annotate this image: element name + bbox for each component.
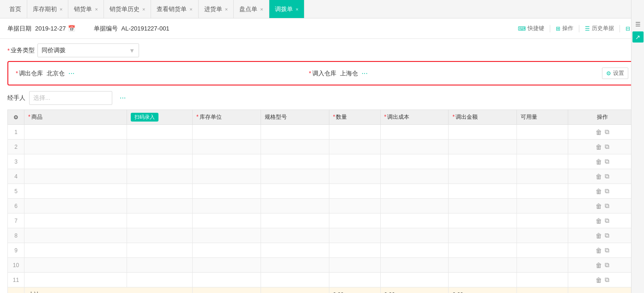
row-qty[interactable] — [329, 199, 380, 214]
row-amount[interactable] — [449, 273, 517, 287]
row-product[interactable] — [24, 243, 127, 258]
row-unit[interactable] — [193, 199, 261, 214]
row-amount[interactable] — [449, 228, 517, 243]
row-product[interactable] — [24, 214, 127, 228]
row-product[interactable] — [24, 125, 127, 140]
delete-icon[interactable]: 🗑 — [595, 262, 602, 269]
row-qty[interactable] — [329, 273, 380, 287]
close-inventory-init[interactable]: × — [60, 6, 62, 12]
row-amount[interactable] — [449, 214, 517, 228]
copy-icon[interactable]: ⧉ — [605, 217, 609, 225]
row-spec[interactable] — [261, 243, 329, 258]
row-spec[interactable] — [261, 199, 329, 214]
copy-icon[interactable]: ⧉ — [605, 202, 609, 210]
tab-home[interactable]: 首页 — [4, 0, 27, 18]
close-sales-order[interactable]: × — [95, 6, 97, 12]
tab-transfer[interactable]: 调拨单 × — [269, 0, 304, 18]
col-settings-header[interactable]: ⚙ — [8, 110, 24, 125]
delete-icon[interactable]: 🗑 — [595, 232, 602, 239]
copy-icon[interactable]: ⧉ — [605, 261, 609, 269]
table-row[interactable]: 9 🗑 ⧉ — [8, 243, 637, 258]
row-cost[interactable] — [380, 243, 449, 258]
close-purchase-order[interactable]: × — [225, 6, 228, 12]
row-qty[interactable] — [329, 243, 380, 258]
row-spec[interactable] — [261, 140, 329, 154]
row-amount[interactable] — [449, 199, 517, 214]
tab-view-sales[interactable]: 查看销货单 × — [151, 0, 198, 18]
history-button[interactable]: ☰ 历史单据 — [585, 24, 614, 32]
row-unit[interactable] — [193, 125, 261, 140]
table-row[interactable]: 4 🗑 ⧉ — [8, 169, 637, 184]
row-spec[interactable] — [261, 154, 329, 169]
delete-icon[interactable]: 🗑 — [595, 202, 602, 210]
business-type-input[interactable]: 同价调拨 ▼ — [37, 43, 139, 57]
row-product[interactable] — [24, 140, 127, 154]
handler-input[interactable]: 选择... — [29, 91, 112, 105]
row-product[interactable] — [24, 199, 127, 214]
row-unit[interactable] — [193, 184, 261, 199]
close-view-sales[interactable]: × — [189, 6, 192, 12]
delete-icon[interactable]: 🗑 — [595, 128, 602, 136]
row-cost[interactable] — [380, 273, 449, 287]
row-spec[interactable] — [261, 214, 329, 228]
warehouse-in-ellipsis[interactable]: ··· — [362, 70, 368, 77]
row-spec[interactable] — [261, 169, 329, 184]
close-sales-history[interactable]: × — [142, 6, 145, 12]
row-unit[interactable] — [193, 228, 261, 243]
row-spec[interactable] — [261, 258, 329, 273]
tab-sales-order[interactable]: 销货单 × — [68, 0, 103, 18]
row-spec[interactable] — [261, 228, 329, 243]
copy-icon[interactable]: ⧉ — [605, 276, 609, 284]
delete-icon[interactable]: 🗑 — [595, 276, 602, 284]
row-unit[interactable] — [193, 214, 261, 228]
close-inventory-check[interactable]: × — [260, 6, 263, 12]
row-unit[interactable] — [193, 154, 261, 169]
table-row[interactable]: 6 🗑 ⧉ — [8, 199, 637, 214]
delete-icon[interactable]: 🗑 — [595, 247, 602, 254]
table-row[interactable]: 11 🗑 ⧉ — [8, 273, 637, 287]
row-cost[interactable] — [380, 214, 449, 228]
copy-icon[interactable]: ⧉ — [605, 172, 609, 180]
row-unit[interactable] — [193, 243, 261, 258]
row-cost[interactable] — [380, 154, 449, 169]
row-spec[interactable] — [261, 273, 329, 287]
sidebar-doc-icon[interactable]: ☰ — [632, 18, 644, 30]
row-unit[interactable] — [193, 273, 261, 287]
operation-button[interactable]: ⊞ 操作 — [556, 24, 573, 32]
row-cost[interactable] — [380, 140, 449, 154]
row-unit[interactable] — [193, 169, 261, 184]
scan-button[interactable]: 扫码录入 — [131, 113, 158, 122]
row-qty[interactable] — [329, 184, 380, 199]
row-product[interactable] — [24, 169, 127, 184]
tab-inventory-init[interactable]: 库存期初 × — [27, 0, 68, 18]
row-unit[interactable] — [193, 258, 261, 273]
delete-icon[interactable]: 🗑 — [595, 173, 602, 180]
row-unit[interactable] — [193, 140, 261, 154]
tab-sales-history[interactable]: 销货单历史 × — [104, 0, 151, 18]
copy-icon[interactable]: ⧉ — [605, 128, 609, 136]
row-product[interactable] — [24, 184, 127, 199]
shortcut-button[interactable]: ⌨ 快捷键 — [518, 24, 544, 32]
row-product[interactable] — [24, 273, 127, 287]
row-cost[interactable] — [380, 258, 449, 273]
row-amount[interactable] — [449, 184, 517, 199]
table-row[interactable]: 8 🗑 ⧉ — [8, 228, 637, 243]
row-amount[interactable] — [449, 140, 517, 154]
row-cost[interactable] — [380, 125, 449, 140]
row-spec[interactable] — [261, 125, 329, 140]
copy-icon[interactable]: ⧉ — [605, 232, 609, 239]
row-product[interactable] — [24, 154, 127, 169]
row-cost[interactable] — [380, 228, 449, 243]
table-row[interactable]: 5 🗑 ⧉ — [8, 184, 637, 199]
delete-icon[interactable]: 🗑 — [595, 158, 602, 165]
copy-icon[interactable]: ⧉ — [605, 246, 609, 254]
row-amount[interactable] — [449, 169, 517, 184]
table-row[interactable]: 7 🗑 ⧉ — [8, 214, 637, 228]
copy-icon[interactable]: ⧉ — [605, 143, 609, 151]
settings-button[interactable]: ⚙ 设置 — [602, 67, 628, 79]
row-product[interactable] — [24, 258, 127, 273]
dropdown-arrow-icon[interactable]: ▼ — [129, 47, 135, 54]
warehouse-out-ellipsis[interactable]: ··· — [68, 70, 74, 77]
delete-icon[interactable]: 🗑 — [595, 217, 602, 225]
row-amount[interactable] — [449, 154, 517, 169]
